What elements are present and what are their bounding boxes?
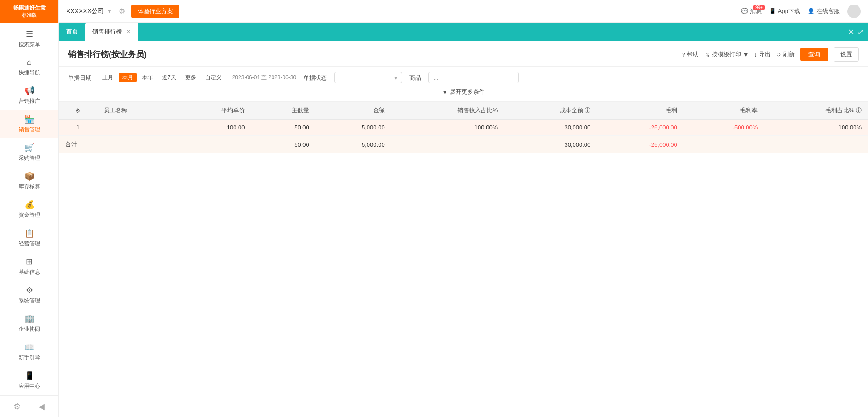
sidebar-settings-btn[interactable]: ⚙	[14, 402, 21, 412]
sidebar-icon-operation: 📋	[24, 228, 34, 238]
sidebar-icon-guide: 📖	[24, 342, 34, 352]
settings-panel-button[interactable]: 设置	[834, 47, 859, 62]
sidebar-collapse-btn[interactable]: ◀	[38, 402, 45, 412]
export-icon: ↓	[754, 51, 758, 58]
sidebar-icon-sales: 🏪	[24, 114, 34, 124]
export-button[interactable]: ↓ 导出	[754, 50, 771, 58]
sidebar-item-search-orders[interactable]: ☰搜索菜单	[0, 24, 58, 53]
sidebar-item-purchase[interactable]: 🛒采购管理	[0, 138, 58, 167]
cell-qty: 50.00	[251, 120, 316, 136]
footer-gross: -25,000.00	[597, 136, 683, 153]
message-badge: 99+	[753, 5, 765, 10]
expand-conditions-button[interactable]: ▼ 展开更多条件	[442, 88, 485, 96]
date-tab-more[interactable]: 更多	[182, 73, 200, 82]
table-area: ⚙ 员工名称 平均单价 主数量 金额 销售收入占比% 成本全额 ⓘ 毛利 毛利率…	[59, 102, 868, 417]
cell-gross: -25,000.00	[597, 120, 683, 136]
filter-row: 单据日期 上月 本月 本年 近7天 更多 自定义 2023-06-01 至 20…	[68, 72, 859, 83]
app-download-icon: 📱	[769, 8, 776, 14]
tab-close-icon[interactable]: ✕	[126, 29, 131, 35]
sidebar-item-finance[interactable]: 💰资金管理	[0, 195, 58, 224]
sidebar-icon-quick-nav: ⌂	[27, 58, 32, 67]
tab-sales-ranking-label: 销售排行榜	[92, 28, 122, 36]
sidebar-item-guide[interactable]: 📖新手引导	[0, 338, 58, 366]
app-download-button[interactable]: 📱 App下载	[769, 7, 800, 15]
logo-sub: 标准版	[22, 12, 37, 18]
trial-button[interactable]: 体验行业方案	[131, 5, 179, 18]
date-tabs: 上月 本月 本年 近7天 更多 自定义	[99, 73, 225, 82]
col-header-avg-price: 平均单价	[174, 102, 251, 120]
tab-sales-ranking[interactable]: 销售排行榜 ✕	[85, 23, 138, 41]
data-table: ⚙ 员工名称 平均单价 主数量 金额 销售收入占比% 成本全额 ⓘ 毛利 毛利率…	[59, 102, 868, 153]
cell-gross-pct: 100.00%	[764, 120, 868, 136]
print-button[interactable]: 🖨 按模板打印 ▼	[704, 50, 749, 58]
sidebar-icon-finance: 💰	[24, 200, 34, 210]
col-header-sales-pct: 销售收入占比%	[391, 102, 504, 120]
refresh-button[interactable]: ↺ 刷新	[776, 50, 795, 58]
sidebar-item-enterprise[interactable]: 🏢企业协同	[0, 309, 58, 338]
user-avatar[interactable]	[847, 5, 861, 18]
status-select[interactable]	[334, 72, 402, 83]
footer-avg-price	[174, 136, 251, 153]
page-title: 销售排行榜(按业务员)	[68, 49, 681, 60]
sidebar-label-app-center: 应用中心	[19, 383, 40, 390]
sidebar-item-base-info[interactable]: ⊞基础信息	[0, 252, 58, 281]
message-button[interactable]: 💬 消息 99+	[741, 7, 762, 15]
company-chevron-icon: ▼	[107, 8, 112, 14]
tab-home[interactable]: 首页	[59, 23, 85, 41]
cell-amount: 5,000.00	[316, 120, 391, 136]
logo-title: 畅康通好生意	[13, 5, 46, 12]
online-service-icon: 👤	[807, 8, 815, 14]
col-header-amount: 金额	[316, 102, 391, 120]
sidebar-item-operation[interactable]: 📋经营管理	[0, 224, 58, 252]
footer-cost: 30,000.00	[504, 136, 597, 153]
help-button[interactable]: ? 帮助	[681, 50, 698, 58]
header-settings-icon[interactable]: ⚙	[119, 7, 125, 15]
refresh-label: 刷新	[783, 50, 795, 58]
online-service-button[interactable]: 👤 在线客服	[807, 7, 840, 15]
header-right: 💬 消息 99+ 📱 App下载 👤 在线客服	[741, 5, 861, 18]
sidebar-label-finance: 资金管理	[19, 211, 40, 219]
table-body: 1 100.00 50.00 5,000.00 100.00% 30,000.0…	[59, 120, 868, 136]
app-download-label: App下载	[778, 7, 800, 15]
tab-maximize-icon[interactable]: ⤢	[858, 28, 863, 36]
expand-row: ▼ 展开更多条件	[68, 88, 859, 96]
sidebar-label-base-info: 基础信息	[19, 268, 40, 276]
sidebar-item-marketing[interactable]: 📢营销推广	[0, 81, 58, 110]
col-header-settings[interactable]: ⚙	[59, 102, 97, 120]
date-tab-this-year[interactable]: 本年	[139, 73, 157, 82]
export-label: 导出	[759, 50, 771, 58]
sidebar-item-system[interactable]: ⚙系统管理	[0, 281, 58, 309]
date-tab-custom[interactable]: 自定义	[201, 73, 225, 82]
col-header-name: 员工名称	[97, 102, 174, 120]
sidebar-item-inventory[interactable]: 📦库存核算	[0, 167, 58, 195]
app-logo: 畅康通好生意 标准版	[0, 0, 58, 23]
goods-input[interactable]	[428, 72, 519, 83]
query-button[interactable]: 查询	[800, 48, 828, 61]
sidebar-nav: ☰搜索菜单⌂快捷导航📢营销推广🏪销售管理🛒采购管理📦库存核算💰资金管理📋经营管理…	[0, 23, 58, 395]
tab-close-window-icon[interactable]: ✕	[848, 28, 854, 36]
tab-right-buttons: ✕ ⤢	[848, 28, 868, 36]
company-selector[interactable]: XXXXXX公司 ▼	[66, 7, 112, 15]
date-tab-this-month[interactable]: 本月	[119, 73, 137, 82]
sidebar-item-app-center[interactable]: 📱应用中心	[0, 366, 58, 395]
main-area: XXXXXX公司 ▼ ⚙ 体验行业方案 💬 消息 99+ 📱 App下载 👤 在…	[59, 0, 868, 417]
page-container: 销售排行榜(按业务员) ? 帮助 🖨 按模板打印 ▼ ↓ 导出	[59, 41, 868, 417]
footer-label: 合计	[59, 136, 174, 153]
sidebar-label-operation: 经营管理	[19, 240, 40, 248]
date-tab-last-month[interactable]: 上月	[99, 73, 117, 82]
expand-label: 展开更多条件	[450, 88, 485, 96]
footer-qty: 50.00	[251, 136, 316, 153]
sidebar-item-sales[interactable]: 🏪销售管理	[0, 110, 58, 138]
footer-amount: 5,000.00	[316, 136, 391, 153]
sidebar-label-guide: 新手引导	[19, 354, 40, 362]
page-header: 销售排行榜(按业务员) ? 帮助 🖨 按模板打印 ▼ ↓ 导出	[59, 41, 868, 67]
status-select-wrapper: ▼	[334, 72, 402, 83]
print-icon: 🖨	[704, 51, 710, 58]
sidebar-icon-marketing: 📢	[24, 86, 34, 96]
sidebar-label-inventory: 库存核算	[19, 183, 40, 191]
sidebar-item-quick-nav[interactable]: ⌂快捷导航	[0, 53, 58, 81]
company-name: XXXXXX公司	[66, 7, 104, 15]
sidebar-label-search-orders: 搜索菜单	[19, 41, 40, 48]
date-tab-last7[interactable]: 近7天	[158, 73, 180, 82]
online-service-label: 在线客服	[816, 7, 840, 15]
